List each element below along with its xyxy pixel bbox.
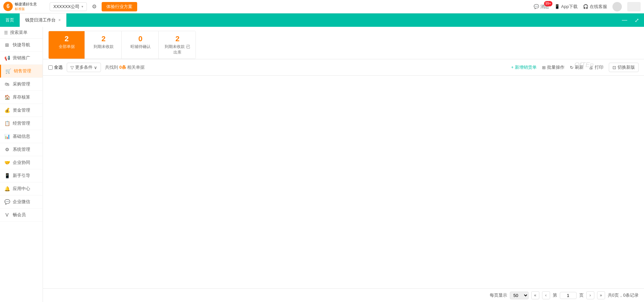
pagination: 每页显示 50 100 200 « ‹ 第 页 › » 共0页，0条记录 <box>43 288 644 302</box>
tab-close-button[interactable]: × <box>58 18 61 22</box>
sidebar-label-app-center: 应用中心 <box>13 186 30 192</box>
sidebar-item-app-center[interactable]: 🔔应用中心 <box>0 182 43 195</box>
stat-tab-pending[interactable]: 0旺辅待确认 <box>122 31 159 59</box>
switch-icon: ⊡ <box>612 65 616 70</box>
sidebar-item-cooperation[interactable]: 🤝企业协同 <box>0 156 43 169</box>
sidebar-item-purchase[interactable]: 🛍采购管理 <box>0 78 43 91</box>
stat-label-pending: 旺辅待确认 <box>128 44 153 50</box>
logo-title: 畅捷通好生意 <box>15 2 37 6</box>
select-all-text: 全选 <box>54 64 63 70</box>
sidebar-item-finance[interactable]: 💰资金管理 <box>0 104 43 117</box>
stat-label-all: 全部单据 <box>54 44 79 50</box>
sidebar-label-finance: 资金管理 <box>13 107 30 113</box>
sidebar-item-membership[interactable]: V畅会员 <box>0 208 43 222</box>
sidebar-label-cooperation: 企业协同 <box>13 160 30 166</box>
tab-active[interactable]: 钱货日清工作台 × <box>20 13 66 27</box>
sidebar-icon-basic-info: 📊 <box>4 133 10 139</box>
select-all-label[interactable]: 全选 <box>48 64 63 70</box>
message-badge: 99+ <box>544 1 552 6</box>
download-icon: 📱 <box>554 4 560 9</box>
sidebar: ☰ 搜索菜单 ⊞快捷导航📢营销推广🛒销售管理🛍采购管理🏠库存核算💰资金管理📋经营… <box>0 27 43 302</box>
company-name: XXXXXX公司 <box>53 4 79 10</box>
tab-maximize-button[interactable]: ⤢ <box>632 15 641 25</box>
tab-active-label: 钱货日清工作台 <box>25 17 56 23</box>
sidebar-icon-system: ⚙ <box>4 146 10 153</box>
sidebar-icon-finance: 💰 <box>4 107 10 113</box>
filter-button[interactable]: ▽ 更多条件 ∨ <box>67 63 101 72</box>
stats-tabs: 2全部单据2到期未收款0旺辅待确认2到期未收款 已出库 <box>43 27 644 59</box>
company-selector[interactable]: XXXXXX公司 ▾ <box>50 2 87 11</box>
header-right: 💬 消息 99+ 📱 App下载 🎧 在线客服 <box>534 2 641 11</box>
sidebar-item-sales[interactable]: 🛒销售管理 <box>0 65 43 78</box>
sidebar-icon-wecom: 💬 <box>4 199 10 205</box>
sidebar-label-purchase: 采购管理 <box>13 81 30 87</box>
sidebar-item-system[interactable]: ⚙系统管理 <box>0 143 43 156</box>
sidebar-label-quick-nav: 快捷导航 <box>13 42 30 48</box>
filter-chevron-icon: ∨ <box>94 65 97 70</box>
prev-page-button[interactable]: ‹ <box>542 291 550 299</box>
tab-home[interactable]: 首页 <box>0 13 20 27</box>
switch-version-button[interactable]: ⊡ 切换新版 <box>609 63 639 72</box>
message-icon: 💬 <box>534 4 539 9</box>
stat-tab-shipped[interactable]: 2到期未收款 已出库 <box>159 31 196 59</box>
page-label: 第 <box>553 292 557 298</box>
sidebar-label-basic-info: 基础信息 <box>13 133 30 139</box>
settings-button[interactable]: ⚙ <box>90 2 99 11</box>
refresh-icon: ↻ <box>570 65 574 70</box>
sidebar-icon-app-center: 🔔 <box>4 186 10 192</box>
sidebar-icon-cooperation: 🤝 <box>4 160 10 166</box>
sidebar-label-inventory: 库存核算 <box>13 94 30 100</box>
tab-minimize-button[interactable]: — <box>620 15 629 25</box>
online-service-button[interactable]: 🎧 在线客服 <box>583 4 607 10</box>
gear-icon: ⚙ <box>92 3 97 10</box>
toolbar: 全选 ▽ 更多条件 ∨ 共找到 0条 相关单据 + 新增销货单 ⊞ 批量操作 ↻ <box>43 59 644 76</box>
next-page-button[interactable]: › <box>586 291 594 299</box>
sidebar-icon-purchase: 🛍 <box>4 81 10 87</box>
sidebar-item-basic-info[interactable]: 📊基础信息 <box>0 130 43 143</box>
sidebar-item-quick-nav[interactable]: ⊞快捷导航 <box>0 39 43 52</box>
batch-icon: ⊞ <box>542 65 546 70</box>
found-count: 0条 <box>119 65 126 70</box>
stat-num-pending: 0 <box>128 35 153 43</box>
sidebar-label-sales: 销售管理 <box>14 68 31 74</box>
trial-button[interactable]: 体验行业方案 <box>102 2 137 11</box>
sidebar-label-system: 系统管理 <box>13 146 30 153</box>
search-icon: ☰ <box>4 30 8 35</box>
last-page-button[interactable]: » <box>597 291 605 299</box>
app-download-button[interactable]: 📱 App下载 <box>554 4 578 10</box>
add-sales-order-button[interactable]: + 新增销货单 <box>511 64 537 70</box>
sidebar-item-inventory[interactable]: 🏠库存核算 <box>0 91 43 104</box>
first-page-button[interactable]: « <box>531 291 539 299</box>
batch-operation-button[interactable]: ⊞ 批量操作 <box>542 64 565 70</box>
sidebar-icon-operations: 📋 <box>4 120 10 126</box>
sidebar-search[interactable]: ☰ 搜索菜单 <box>0 27 43 39</box>
filter-icon: ▽ <box>70 65 74 70</box>
per-page-select[interactable]: 50 100 200 <box>510 292 529 299</box>
top-header: 6 畅捷通好生意 标准版 XXXXXX公司 ▾ ⚙ 体验行业方案 💬 消息 99… <box>0 0 644 13</box>
sidebar-label-operations: 经营管理 <box>13 120 30 126</box>
avatar-extra <box>627 2 641 11</box>
sidebar-item-guide[interactable]: 📱新手引导 <box>0 169 43 182</box>
sidebar-label-wecom: 企业微信 <box>13 199 30 205</box>
total-label: 共0页，0条记录 <box>608 292 639 298</box>
sidebar-icon-sales: 🛒 <box>5 68 11 74</box>
stat-tab-all[interactable]: 2全部单据 <box>49 31 85 59</box>
main-layout: ☰ 搜索菜单 ⊞快捷导航📢营销推广🛒销售管理🛍采购管理🏠库存核算💰资金管理📋经营… <box>0 27 644 302</box>
avatar[interactable] <box>612 2 622 11</box>
select-all-checkbox[interactable] <box>48 65 53 70</box>
sidebar-item-operations[interactable]: 📋经营管理 <box>0 117 43 130</box>
sidebar-icon-quick-nav: ⊞ <box>4 42 10 48</box>
logo-subtitle: 标准版 <box>15 7 37 11</box>
stat-tab-overdue[interactable]: 2到期未收款 <box>86 31 122 59</box>
service-icon: 🎧 <box>583 4 588 9</box>
stat-num-overdue: 2 <box>91 35 116 43</box>
corner-text: OfTEn <box>574 61 594 69</box>
current-page-input[interactable] <box>560 292 577 299</box>
stat-num-all: 2 <box>54 35 79 43</box>
stats-tabs-inner: 2全部单据2到期未收款0旺辅待确认2到期未收款 已出库 <box>48 31 196 59</box>
sidebar-item-wecom[interactable]: 💬企业微信 <box>0 195 43 208</box>
sidebar-icon-inventory: 🏠 <box>4 94 10 100</box>
sidebar-item-marketing[interactable]: 📢营销推广 <box>0 52 43 65</box>
message-button[interactable]: 💬 消息 99+ <box>534 4 549 10</box>
tab-bar: 首页 钱货日清工作台 × — ⤢ <box>0 13 644 27</box>
